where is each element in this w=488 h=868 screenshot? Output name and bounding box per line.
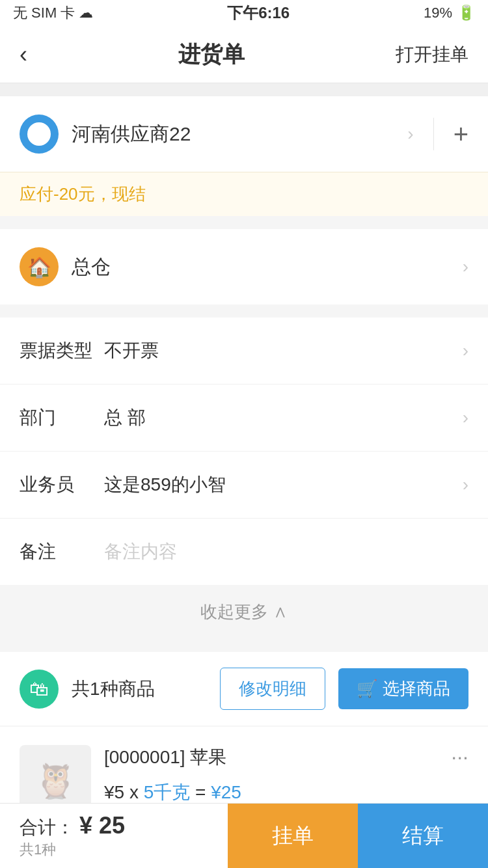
select-product-label: 选择商品 — [383, 677, 450, 700]
product-header: 🛍 共1种商品 修改明细 🛒 选择商品 — [0, 652, 488, 726]
product-icon: 🛍 — [20, 670, 59, 709]
remark-label: 备注 — [20, 539, 104, 564]
product-name: [0000001] 苹果 — [104, 745, 438, 770]
warehouse-chevron-icon: › — [463, 256, 468, 277]
product-more-button[interactable]: ··· — [451, 745, 468, 769]
payment-hint: 应付-20元，现结 — [0, 172, 488, 216]
warehouse-icon: 🏠 — [20, 247, 59, 286]
remark-input[interactable]: 备注内容 — [104, 539, 468, 564]
collapse-button[interactable]: 收起更多 ∧ — [0, 585, 488, 639]
supplier-avatar — [20, 115, 59, 154]
supplier-right-actions: › + — [407, 118, 468, 150]
product-code: [0000001] — [104, 747, 190, 767]
dept-row[interactable]: 部门 总 部 › — [0, 385, 488, 452]
select-product-button[interactable]: 🛒 选择商品 — [338, 668, 468, 709]
nav-bar: ‹ 进货单 打开挂单 — [0, 26, 488, 83]
dept-chevron-icon: › — [463, 407, 468, 428]
supplier-divider — [433, 118, 434, 150]
supplier-chevron-icon: › — [407, 124, 413, 144]
invoice-value: 不开票 — [104, 338, 463, 363]
modify-detail-button[interactable]: 修改明细 — [220, 668, 325, 710]
product-info: [0000001] 苹果 ¥5 x 5千克 = ¥25 — [104, 745, 438, 805]
invoice-label: 票据类型 — [20, 338, 104, 363]
price-equals: = — [190, 782, 211, 802]
battery-label: 19% — [424, 5, 452, 21]
invoice-chevron-icon: › — [463, 340, 468, 361]
open-hang-button[interactable]: 打开挂单 — [396, 42, 468, 67]
warehouse-row[interactable]: 🏠 总仓 › — [0, 229, 488, 305]
add-supplier-button[interactable]: + — [454, 120, 468, 149]
status-bar: 无 SIM 卡 ☁ 下午6:16 19% 🔋 — [0, 0, 488, 26]
product-thumb-icon: 🦉 — [34, 761, 77, 801]
home-icon: 🏠 — [27, 256, 51, 278]
product-price: ¥5 x 5千克 = ¥25 — [104, 780, 438, 805]
price-quantity: 5千克 — [144, 782, 191, 802]
checkout-button[interactable]: 结算 — [358, 804, 488, 869]
back-button[interactable]: ‹ — [20, 41, 27, 68]
select-product-icon: 🛒 — [357, 679, 377, 699]
hang-button[interactable]: 挂单 — [228, 804, 358, 869]
sim-label: 无 SIM 卡 ☁ — [13, 3, 93, 23]
total-label: 合计： — [20, 815, 74, 840]
supplier-section: 河南供应商22 › + 应付-20元，现结 — [0, 96, 488, 216]
price-total: ¥25 — [211, 782, 241, 802]
dept-label: 部门 — [20, 405, 104, 430]
avatar-person-icon — [27, 122, 51, 146]
bag-icon: 🛍 — [29, 678, 49, 700]
dept-value: 总 部 — [104, 405, 463, 430]
status-right: 19% 🔋 — [424, 5, 475, 21]
price-unit: ¥5 x — [104, 782, 144, 802]
total-amount: ¥ 25 — [79, 812, 125, 839]
supplier-row[interactable]: 河南供应商22 › + — [0, 96, 488, 172]
total-main: 合计： ¥ 25 — [20, 812, 208, 840]
battery-icon: 🔋 — [457, 5, 475, 21]
warehouse-label: 总仓 — [72, 254, 463, 280]
salesperson-row[interactable]: 业务员 这是859的小智 › — [0, 452, 488, 519]
total-sub: 共1种 — [20, 840, 208, 860]
salesperson-chevron-icon: › — [463, 474, 468, 495]
salesperson-value: 这是859的小智 — [104, 472, 463, 497]
section-gap-1 — [0, 83, 488, 96]
remark-row[interactable]: 备注 备注内容 — [0, 519, 488, 585]
page-title: 进货单 — [178, 40, 245, 70]
status-left: 无 SIM 卡 ☁ — [13, 3, 93, 23]
form-section: 票据类型 不开票 › 部门 总 部 › 业务员 这是859的小智 › 备注 备注… — [0, 318, 488, 585]
total-section: 合计： ¥ 25 共1种 — [0, 812, 228, 860]
bottom-bar: 合计： ¥ 25 共1种 挂单 结算 — [0, 803, 488, 868]
product-count: 共1种商品 — [72, 677, 207, 701]
salesperson-label: 业务员 — [20, 472, 104, 497]
invoice-row[interactable]: 票据类型 不开票 › — [0, 318, 488, 385]
supplier-name: 河南供应商22 — [72, 121, 407, 148]
status-time: 下午6:16 — [227, 3, 290, 23]
product-title: 苹果 — [190, 747, 226, 767]
